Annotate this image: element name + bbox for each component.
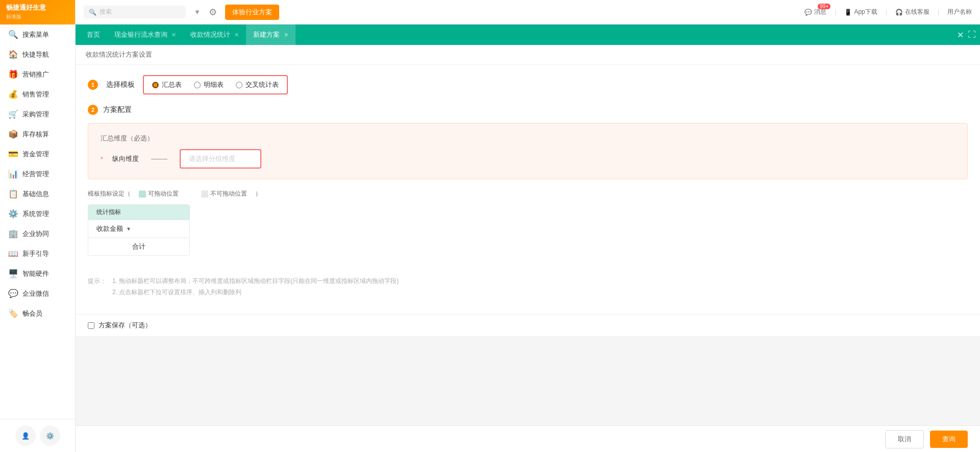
sidebar-item-quick-nav[interactable]: 🏠 快捷导航	[0, 44, 75, 64]
tip1: 提示： 1. 拖动标题栏可以调整布局，不可跨维度或指标区域拖动栏目字段(只能在同…	[88, 276, 968, 287]
tab-bank-flow-close[interactable]: ✕	[172, 32, 176, 38]
tab-receipt-stat-close[interactable]: ✕	[234, 32, 239, 38]
metrics-config: 模板指标设定（ 可拖动位置 不可拖动位置 ） 统计指标	[88, 189, 968, 257]
radio-cross[interactable]: 交叉统计表	[236, 80, 279, 89]
sidebar-item-label: 系统管理	[22, 209, 49, 219]
sidebar-item-marketing[interactable]: 🎁 营销推广	[0, 64, 75, 84]
metrics-dropdown-icon[interactable]: ▾	[127, 225, 130, 232]
sidebar-item-enterprise[interactable]: 🏢 企业协同	[0, 224, 75, 244]
tab-receipt-stat-label: 收款情况统计	[190, 30, 230, 39]
tab-new-plan-close[interactable]: ✕	[284, 32, 288, 38]
sidebar-item-sales[interactable]: 💰 销售管理	[0, 84, 75, 104]
edition-badge: 标准版	[6, 14, 21, 19]
app-download-area[interactable]: 📱 App下载	[844, 8, 877, 16]
sidebar-item-inventory[interactable]: 📦 库存核算	[0, 124, 75, 144]
service-label: 在线客服	[905, 8, 929, 16]
topbar-search-box[interactable]: 🔍 搜索	[84, 6, 186, 18]
user-name[interactable]: 用户名称	[947, 8, 972, 16]
app-logo: 畅捷通好生意标准版	[0, 0, 75, 25]
sidebar-item-finance[interactable]: 💳 资金管理	[0, 144, 75, 164]
metrics-table: 统计指标 收款金额 ▾ 合计	[88, 204, 190, 256]
radio-detail-label: 明细表	[204, 80, 224, 89]
radio-summary[interactable]: 汇总表	[152, 80, 182, 89]
wechat-icon: 💬	[8, 289, 18, 298]
template-options: 汇总表 明细表 交叉统计表	[143, 75, 288, 94]
legend-separator	[187, 189, 193, 198]
radio-cross-input[interactable]	[236, 82, 242, 88]
cancel-button[interactable]: 取消	[885, 430, 924, 448]
search-placeholder-text: 搜索	[100, 8, 112, 16]
close-all-icon[interactable]: ✕	[957, 30, 964, 40]
tab-bank-flow[interactable]: 现金银行流水查询 ✕	[107, 25, 183, 45]
sidebar-item-label: 基础信息	[22, 189, 49, 199]
save-checkbox[interactable]	[88, 322, 94, 329]
sidebar-item-hardware[interactable]: 🖥️ 智能硬件	[0, 264, 75, 283]
service-area[interactable]: 🎧 在线客服	[895, 8, 929, 16]
divider3: |	[938, 9, 939, 16]
system-icon: ⚙️	[8, 209, 18, 219]
sidebar-item-member[interactable]: 🏷️ 畅会员	[0, 303, 75, 323]
required-star: *	[101, 155, 103, 163]
notification-area[interactable]: 💬 消息 99+	[804, 8, 826, 16]
topbar-chevron[interactable]: ▼	[194, 8, 201, 16]
member-icon: 🏷️	[8, 308, 18, 318]
radio-summary-input[interactable]	[152, 82, 159, 88]
page-title: 收款情况统计方案设置	[86, 51, 152, 58]
step1-badge: 1	[88, 80, 98, 90]
expand-icon[interactable]: ⛶	[968, 30, 976, 40]
sidebar-item-label: 快捷导航	[22, 50, 49, 59]
hardware-icon: 🖥️	[8, 269, 18, 278]
step2-label: 方案配置	[103, 105, 132, 114]
metrics-section-label: 模板指标设定（	[88, 189, 131, 198]
radio-detail[interactable]: 明细表	[194, 80, 224, 89]
step2-section: 2 方案配置 汇总维度（必选） * 纵向维度 —— 请选择分组维度	[88, 105, 968, 304]
sidebar-item-system[interactable]: ⚙️ 系统管理	[0, 204, 75, 224]
logo-text: 畅捷通好生意标准版	[6, 4, 46, 21]
sidebar-item-basic[interactable]: 📋 基础信息	[0, 184, 75, 204]
sidebar-footer-btn2[interactable]: ⚙️	[40, 425, 60, 446]
guide-icon: 📖	[8, 249, 18, 258]
metrics-amount-label: 收款金额	[96, 224, 123, 233]
sidebar-item-label: 资金管理	[22, 150, 49, 159]
metrics-total-row: 合计	[88, 237, 189, 255]
industry-btn[interactable]: 体验行业方案	[225, 5, 279, 20]
purchase-icon: 🛒	[8, 109, 18, 119]
metrics-table-header: 统计指标	[88, 205, 189, 220]
sidebar-item-search-menu[interactable]: 🔍 搜索菜单	[0, 25, 75, 44]
tab-home[interactable]: 首页	[80, 25, 107, 45]
divider2: |	[886, 9, 887, 16]
tab-new-plan[interactable]: 新建方案 ✕	[246, 25, 296, 45]
sidebar-item-purchase[interactable]: 🛒 采购管理	[0, 104, 75, 124]
tab-receipt-stat[interactable]: 收款情况统计 ✕	[183, 25, 246, 45]
dim-select-box[interactable]: 请选择分组维度	[180, 149, 261, 169]
page-title-bar: 收款情况统计方案设置	[76, 45, 980, 65]
sidebar-item-label: 营销推广	[22, 70, 49, 79]
sidebar: 畅捷通好生意标准版 🔍 搜索菜单 🏠 快捷导航 🎁 营销推广 💰 销售管理 🛒 …	[0, 0, 76, 452]
tab-bank-flow-label: 现金银行流水查询	[114, 30, 167, 39]
sidebar-item-wechat[interactable]: 💬 企业微信	[0, 283, 75, 303]
marketing-icon: 🎁	[8, 69, 18, 79]
main-area: 🔍 搜索 ▼ ⚙ 体验行业方案 💬 消息 99+ | 📱 App下载 | 🎧 在…	[76, 0, 980, 452]
legend-close-paren: ）	[255, 189, 261, 198]
tabbar-actions: ✕ ⛶	[957, 30, 976, 40]
metrics-row-amount[interactable]: 收款金额 ▾	[88, 220, 189, 237]
sidebar-item-operation[interactable]: 📊 经营管理	[0, 164, 75, 184]
sidebar-footer: 👤 ⚙️	[0, 419, 75, 452]
sidebar-item-label: 企业微信	[22, 289, 49, 298]
sidebar-item-label: 畅会员	[22, 309, 42, 318]
non-draggable-dot	[201, 191, 208, 198]
inventory-icon: 📦	[8, 129, 18, 139]
tips-section: 提示： 1. 拖动标题栏可以调整布局，不可跨维度或指标区域拖动栏目字段(只能在同…	[88, 270, 968, 304]
radio-detail-input[interactable]	[194, 82, 201, 88]
sidebar-item-label: 搜索菜单	[22, 30, 49, 39]
service-icon: 🎧	[895, 9, 903, 16]
draggable-dot	[139, 191, 146, 198]
sidebar-item-label: 智能硬件	[22, 269, 49, 278]
tab-new-plan-label: 新建方案	[253, 30, 280, 39]
topbar-gear-icon[interactable]: ⚙	[209, 7, 217, 18]
content-area: 收款情况统计方案设置 1 选择模板 汇总表 明细表	[76, 45, 980, 452]
sidebar-item-guide[interactable]: 📖 新手引导	[0, 244, 75, 264]
step1-label: 选择模板	[106, 80, 135, 89]
sidebar-footer-btn1[interactable]: 👤	[15, 425, 36, 446]
query-button[interactable]: 查询	[930, 431, 968, 448]
